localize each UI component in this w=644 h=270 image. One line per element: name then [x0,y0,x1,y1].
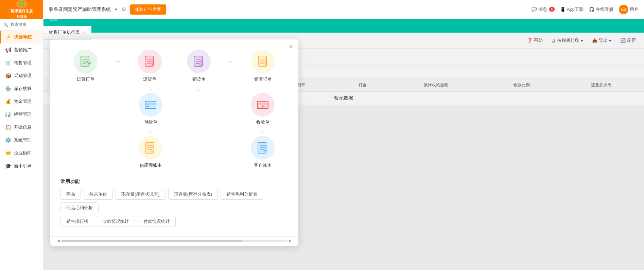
scroll-left-arrow[interactable]: ◀ [57,239,60,242]
common-buttons-row1: 商品往来单位现存量(库存状况表)现存量(库存分布表)销售毛利分析表商品毛利分析 [60,189,288,213]
sidebar: 🍀 畅康通好生意 标准版 🔍 搜索菜单 ⚡ 快捷导航📢 营销推广🛒 销售管理📦 … [0,0,43,270]
sidebar-item-guide[interactable]: 🎓 新手引导 [0,160,43,173]
sales-bill-icon [193,55,205,68]
modal-overlay: × 进货订单 [43,33,644,270]
flow-item-payment[interactable]: ¥ 付款单 [128,93,173,125]
search-menu[interactable]: 🔍 搜索菜单 [0,19,43,31]
svg-text:¥: ¥ [261,105,264,108]
chevron-down-icon: ▾ [115,7,117,12]
scrollbar-track[interactable] [61,240,288,242]
common-function-btn-2[interactable]: 现存量(库存状况表) [116,189,166,200]
sidebar-label-finance: 资金管理 [14,98,32,105]
sales-order-icon [257,55,269,68]
online-service-action[interactable]: 🎧 在线客服 [589,6,613,13]
common-function-btn-0[interactable]: 商品 [60,189,81,200]
online-service-label: 在线客服 [596,6,613,13]
supplier-ledger-circle [139,136,162,160]
sidebar-item-inventory[interactable]: 🏪 库存核算 [0,82,43,95]
sidebar-item-finance[interactable]: 💰 资金管理 [0,95,43,108]
purchase-order-icon [80,55,92,68]
arrows-down-row-2: ↓ ↓ [64,129,285,136]
common-function-btn-7[interactable]: 收款情况统计 [97,216,135,227]
sidebar-item-operations[interactable]: 📊 经营管理 [0,108,43,121]
common-function-btn-3[interactable]: 现存量(库存分布表) [168,189,218,200]
service-icon: 🎧 [589,7,594,12]
sidebar-label-purchase: 采购管理 [14,73,32,79]
sales-bill-circle [187,50,211,73]
customer-ledger-circle [251,136,275,160]
modal-box: × 进货订单 [50,39,298,246]
flow-item-purchase-bill[interactable]: ✓ 进货单 [128,50,172,82]
common-buttons-row2: 销售排行榜收款情况统计付款情况统计 [60,216,288,227]
sidebar-icon-operations: 📊 [5,111,11,118]
sidebar-icon-guide: 🎓 [5,163,11,169]
svg-point-23 [264,62,267,66]
sidebar-item-marketing[interactable]: 📢 营销推广 [0,43,43,56]
flow-item-sales-bill[interactable]: 销货单 [177,50,221,82]
sidebar-item-sales[interactable]: 🛒 销售管理 [0,56,43,69]
system-title: 装备及固定资产辅助管理系统 [49,6,111,13]
sidebar-label-enterprise: 企业协同 [14,150,32,156]
common-function-btn-5[interactable]: 商品毛利分析 [60,202,99,213]
app-download-action[interactable]: 📱 App下载 [560,6,584,13]
settings-icon[interactable]: ⚙ [121,6,126,13]
purchase-bill-circle: ✓ [138,50,162,73]
sidebar-icon-inventory: 🏪 [5,86,11,92]
sidebar-item-purchase[interactable]: 📦 采购管理 [0,69,43,82]
flow-item-receipt[interactable]: ¥ 收款单 [241,93,285,125]
sidebar-item-system[interactable]: ⚙️ 系统管理 [0,134,43,147]
customer-ledger-label: 客户账本 [254,162,272,168]
arrow-purchase-to-bill: → [108,50,128,73]
message-action[interactable]: 💬 消息 6 [532,6,555,13]
modal-close-button[interactable]: × [289,43,293,51]
common-section: 常用功能 商品往来单位现存量(库存状况表)现存量(库存分布表)销售毛利分析表商品… [50,179,298,236]
sales-order-label: 销售订单 [254,76,272,82]
flow-item-supplier-ledger[interactable]: 供应商账本 [128,136,173,168]
app-name: 畅康通好生意 [11,8,33,14]
flow-item-sales-order[interactable]: 销售订单 [241,50,285,82]
sidebar-item-enterprise[interactable]: 🤝 企业协同 [0,147,43,160]
sidebar-icon-purchase: 📦 [5,73,11,79]
purchase-bill-label: 进货单 [143,76,156,82]
common-function-btn-4[interactable]: 销售毛利分析表 [221,189,263,200]
user-action[interactable]: Ea 用户 [619,5,639,14]
system-dropdown[interactable]: ▾ [115,7,117,12]
search-label: 搜索菜单 [11,22,27,28]
avatar: Ea [619,5,628,14]
payment-icon: ¥ [144,98,157,111]
sidebar-label-quick-nav: 快捷导航 [14,34,32,40]
sidebar-label-inventory: 库存核算 [14,86,32,92]
sidebar-item-quick-nav[interactable]: ⚡ 快捷导航 [0,31,43,43]
header-actions: 💬 消息 6 📱 App下载 🎧 在线客服 Ea 用户 [532,5,639,14]
common-function-btn-6[interactable]: 销售排行榜 [60,216,94,227]
flow-item-purchase-order[interactable]: 进货订单 [64,50,108,82]
receipt-circle: ¥ [251,93,275,116]
arrow-sales-order-to-bill: ← [221,50,241,73]
sidebar-label-marketing: 营销推广 [14,47,32,53]
purchase-bill-icon: ✓ [144,55,156,68]
sidebar-item-basic-info[interactable]: 📋 基础信息 [0,121,43,134]
scroll-right-arrow[interactable]: ▶ [289,239,292,242]
mobile-icon: 📱 [560,7,565,12]
svg-rect-17 [199,63,203,66]
svg-text:✓: ✓ [152,63,154,66]
tab-bar: 首页销售订单执行表× [43,19,644,33]
message-badge: 6 [549,7,555,12]
sidebar-label-operations: 经营管理 [14,111,32,118]
sidebar-icon-quick-nav: ⚡ [5,34,11,40]
common-function-btn-1[interactable]: 往来单位 [84,189,113,200]
receipt-label: 收款单 [256,119,269,125]
message-label: 消息 [538,6,547,13]
common-function-btn-8[interactable]: 付款情况统计 [138,216,176,227]
sidebar-label-guide: 新手引导 [14,163,32,169]
sidebar-icon-basic-info: 📋 [5,124,11,130]
experience-button[interactable]: 体验行业方案 [130,4,166,15]
common-functions-title: 常用功能 [60,179,288,185]
purchase-order-label: 进货订单 [77,76,94,82]
flow-item-customer-ledger[interactable]: 客户账本 [241,136,285,168]
sidebar-label-basic-info: 基础信息 [14,124,32,130]
payment-label: 付款单 [144,119,157,125]
sidebar-icon-enterprise: 🤝 [5,150,11,156]
app-download-label: App下载 [567,6,584,13]
arrows-down-row: ↓ ↓ [64,86,285,93]
